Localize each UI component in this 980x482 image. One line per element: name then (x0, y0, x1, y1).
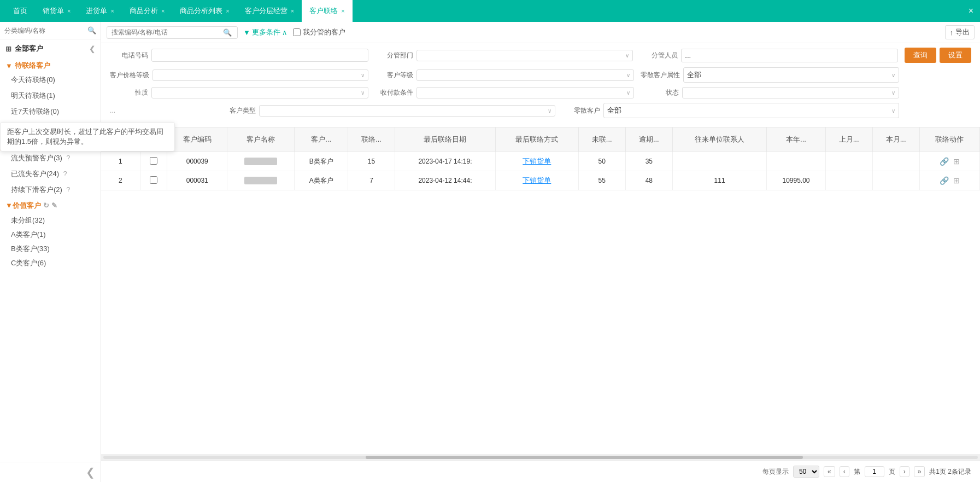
row-checkbox[interactable] (140, 152, 167, 171)
query-button[interactable]: 查询 (905, 48, 936, 63)
sidebar-item-7day-pending[interactable]: 近7天待联络(0) (0, 104, 101, 120)
row-grid-icon[interactable]: ⊞ (953, 176, 960, 185)
sidebar-search-input[interactable] (4, 27, 87, 34)
pending-group-label[interactable]: ▼ 待联络客户 (0, 58, 101, 72)
payment-arrow: ∨ (626, 90, 630, 96)
page-input[interactable] (865, 466, 884, 477)
nav-purchase-close[interactable]: × (110, 8, 114, 14)
sidebar-item-b-class[interactable]: B类客户(33) (0, 242, 101, 256)
collapse-icon[interactable]: ❮ (89, 45, 95, 53)
filter-cell-payment: 收付款条件 ∨ (375, 87, 633, 98)
more-filters-btn[interactable]: ... (110, 107, 115, 114)
last-page-btn[interactable]: » (914, 466, 925, 477)
already-lost-info-icon[interactable]: ? (63, 170, 67, 178)
customer-level-select[interactable]: ∨ (416, 69, 633, 81)
col-name[interactable]: 客户名称 (227, 127, 295, 152)
my-customer-checkbox-group: 我分管的客户 (293, 27, 345, 37)
my-customer-checkbox[interactable] (293, 28, 301, 36)
manager-select[interactable]: ... (681, 49, 898, 62)
export-button[interactable]: ↑ 导出 (945, 25, 975, 39)
per-page-select[interactable]: 50 (793, 466, 819, 478)
sidebar-item-tomorrow-pending[interactable]: 明天待联络(1) (0, 88, 101, 104)
row-unit-contact (672, 152, 767, 171)
status-select[interactable]: ∨ (682, 87, 899, 98)
nav-home[interactable]: 首页 (5, 0, 35, 22)
search-execute-icon[interactable]: 🔍 (223, 28, 232, 37)
sidebar-item-today-pending[interactable]: 今天待联络(0) (0, 72, 101, 88)
nature-select[interactable]: ∨ (151, 87, 368, 98)
lost-info-icon[interactable]: ? (66, 154, 70, 162)
value-group-edit-icon[interactable]: ✎ (51, 201, 57, 210)
settings-button[interactable]: 设置 (940, 48, 971, 63)
col-this-month[interactable]: 本月... (872, 127, 919, 152)
col-contact-count[interactable]: 联络... (348, 127, 395, 152)
retail-customer-value: 全部 (607, 106, 621, 115)
nav-customer-contact-close[interactable]: × (341, 8, 344, 14)
filter-cell-customer-type: 客户类型 ∨ (218, 105, 555, 117)
phone-input[interactable] (151, 49, 368, 62)
col-overdue[interactable]: 逾期... (625, 127, 672, 152)
sidebar-item-c-class[interactable]: C类客户(6) (0, 256, 101, 270)
sidebar-item-already-lost[interactable]: 已流失客户(24) ? (0, 166, 101, 182)
retail-attr-select[interactable]: 全部 ∨ (683, 67, 899, 83)
sidebar-collapse-btn[interactable]: ❮ (0, 462, 101, 482)
sidebar-search-icon[interactable]: 🔍 (87, 26, 96, 34)
declining-info-icon[interactable]: ? (66, 185, 70, 194)
window-close-icon[interactable]: × (969, 6, 973, 16)
row-link-icon[interactable]: 🔗 (940, 157, 949, 166)
sidebar-item-declining[interactable]: 持续下滑客户(2) ? (0, 182, 101, 198)
more-conditions-arrow: ∧ (282, 28, 287, 37)
sidebar-item-ungrouped[interactable]: 未分组(32) (0, 213, 101, 228)
row-last-contact-method[interactable]: 下销货单 (495, 171, 578, 190)
retail-customer-select[interactable]: 全部 ∨ (603, 103, 899, 118)
more-conditions-btn[interactable]: ▼ 更多条件 ∧ (243, 27, 287, 37)
nav-product-analysis-list[interactable]: 商品分析列表 × (172, 0, 237, 22)
col-unit-contact[interactable]: 往来单位联系人 (672, 127, 767, 152)
row-link-icon[interactable]: 🔗 (940, 176, 949, 185)
filter-cell-price-level: 客户价格等级 ∨ (110, 69, 368, 81)
dept-select[interactable]: ∨ (416, 50, 633, 61)
scroll-thumb[interactable] (366, 456, 803, 459)
row-select-checkbox[interactable] (150, 176, 157, 184)
contact-method-link[interactable]: 下销货单 (523, 176, 551, 184)
horizontal-scrollbar[interactable] (101, 454, 980, 461)
payment-select[interactable]: ∨ (416, 87, 633, 98)
col-code[interactable]: 客户编码 (167, 127, 227, 152)
content-area: 🔍 ▼ 更多条件 ∧ 我分管的客户 ↑ 导出 电话号码 (101, 22, 980, 482)
col-last-contact-date[interactable]: 最后联络日期 (395, 127, 496, 152)
search-input[interactable] (112, 28, 221, 36)
nav-customer-stratification[interactable]: 客户分层经营 × (237, 0, 302, 22)
col-customer-type[interactable]: 客户... (295, 127, 348, 152)
filter-cell-phone: 电话号码 (110, 49, 368, 62)
nav-product-analysis-close[interactable]: × (161, 8, 165, 14)
customer-type-select[interactable]: ∨ (259, 105, 555, 117)
col-last-month[interactable]: 上月... (825, 127, 872, 152)
nav-sales[interactable]: 销货单 × (35, 0, 78, 22)
first-page-btn[interactable]: « (824, 466, 835, 477)
all-customers-header[interactable]: ⊞ 全部客户 ❮ (0, 39, 101, 58)
price-level-select[interactable]: ∨ (152, 69, 368, 81)
value-group-refresh-icon[interactable]: ↻ (43, 201, 49, 210)
prev-page-btn[interactable]: ‹ (840, 466, 849, 477)
col-this-year[interactable]: 本年... (767, 127, 825, 152)
row-last-contact-date: 2023-04-17 14:19: (395, 152, 496, 171)
sidebar-item-lost-warning[interactable]: 流失预警客户(3) ? (0, 150, 101, 166)
col-uncontacted[interactable]: 未联... (578, 127, 625, 152)
nav-customer-contact[interactable]: 客户联络 × (302, 0, 352, 22)
value-group-label[interactable]: ▼ 价值客户 ↻ ✎ (0, 198, 101, 213)
nav-product-analysis-list-close[interactable]: × (226, 8, 229, 14)
row-action-icons: 🔗 ⊞ (919, 152, 979, 171)
row-checkbox[interactable] (140, 171, 167, 190)
row-select-checkbox[interactable] (150, 157, 157, 165)
nav-customer-stratification-close[interactable]: × (291, 8, 294, 14)
contact-method-link[interactable]: 下销货单 (523, 157, 551, 165)
nav-purchase[interactable]: 进货单 × (78, 0, 121, 22)
export-icon: ↑ (950, 28, 954, 37)
col-last-contact-method[interactable]: 最后联络方式 (495, 127, 578, 152)
nav-sales-close[interactable]: × (67, 8, 71, 14)
row-last-contact-method[interactable]: 下销货单 (495, 152, 578, 171)
nav-product-analysis[interactable]: 商品分析 × (122, 0, 172, 22)
sidebar-item-a-class[interactable]: A类客户(1) (0, 228, 101, 242)
next-page-btn[interactable]: › (900, 466, 909, 477)
row-grid-icon[interactable]: ⊞ (953, 157, 960, 166)
